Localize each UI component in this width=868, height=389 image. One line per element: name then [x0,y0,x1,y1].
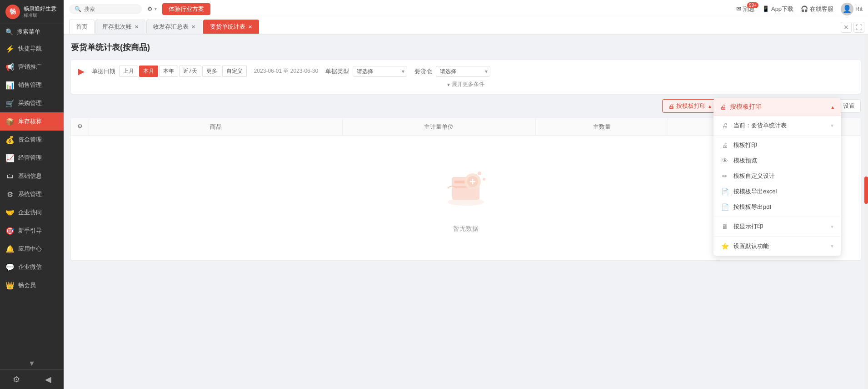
sidebar-item-quick-nav[interactable]: ⚡ 快捷导航 [0,40,64,58]
dropdown-item-template-preview[interactable]: 👁 模板预览 [713,153,841,168]
gear-icon: ⚙ [147,5,153,12]
th-unit: 主计量单位 [343,118,536,136]
tab-maximize-btn[interactable]: ⛶ [853,22,864,33]
dropdown-current-template[interactable]: 🖨 当前：要货单统计表 ▾ [713,118,841,133]
sidebar-item-basics[interactable]: 🗂 基础信息 [0,167,64,185]
search-input[interactable] [84,6,130,12]
sidebar-item-appstore[interactable]: 🔔 应用中心 [0,240,64,258]
print-dropdown-arrow[interactable]: ▲ [708,104,712,109]
dropdown-item-set-default[interactable]: ⭐ 设置默认功能 ▾ [713,238,841,254]
dropdown-print-icon: 🖨 [720,103,726,111]
th-goods: 商品 [89,118,343,136]
app-logo: 畅 畅康通好生意 标准版 [0,0,64,24]
close-batch-accounts-icon[interactable]: ✕ [135,24,139,30]
date-btn-this-month[interactable]: 本月 [139,66,158,77]
date-btn-last-month[interactable]: 上月 [119,66,138,77]
sidebar-collapse-btn[interactable]: ◀ [45,374,51,384]
filter-card: ▶ 单据日期 上月 本月 本年 近7天 更多 自定义 2023-06-01 至 … [71,60,861,94]
appstore-icon: 🔔 [5,244,15,253]
order-type-filter: 单据类型 请选择 [325,66,407,77]
close-order-stats-icon[interactable]: ✕ [248,24,252,30]
th-settings[interactable]: ⚙ [71,118,89,136]
sidebar-scroll-down[interactable]: ▼ [0,358,64,369]
dropdown-item-template-custom[interactable]: ✏ 模板自定义设计 [713,168,841,184]
logo-icon: 畅 [5,5,20,19]
sidebar-item-enterprise[interactable]: 🤝 企业协同 [0,203,64,222]
marketing-icon: 📢 [5,62,15,71]
search-icon: 🔍 [75,6,81,12]
order-goods-select[interactable]: 请选择 [436,66,490,77]
online-service-btn[interactable]: 🎧 在线客服 [801,5,833,13]
print-dropdown-menu: 🖨 按模板打印 ▴ 🖨 当前：要货单统计表 ▾ [713,98,841,256]
close-collection-summary-icon[interactable]: ✕ [191,24,195,30]
guide-icon: 🎯 [5,226,15,235]
topbar-gear-btn[interactable]: ⚙ ▾ [147,5,157,12]
dropdown-item-template-print[interactable]: 🖨 模板打印 [713,137,841,153]
sidebar-settings-btn[interactable]: ⚙ [13,374,20,384]
date-btn-7days[interactable]: 近7天 [179,66,201,77]
dropdown-item-export-pdf[interactable]: 📄 按模板导出pdf [713,199,841,215]
sidebar-item-inventory[interactable]: 📦 库存核算 [0,112,64,131]
dropdown-current-section: 🖨 当前：要货单统计表 ▾ [713,116,841,136]
sidebar-item-guide[interactable]: 🎯 新手引导 [0,222,64,240]
message-btn[interactable]: ✉ 消息 99+ [736,5,755,13]
filter-expand-icon-btn[interactable]: ▶ [78,66,85,76]
sidebar-item-marketing[interactable]: 📢 营销推广 [0,58,64,76]
tab-close-all-btn[interactable]: ✕ [841,22,852,33]
scrollbar-thumb[interactable] [864,177,868,204]
scroll-down-btn[interactable]: ▼ [28,359,35,368]
tab-order-stats[interactable]: 要货单统计表 ✕ [203,20,259,34]
dropdown-item-display-print[interactable]: 🖥 按显示打印 ▾ [713,219,841,234]
dropdown-header-right: ▴ [831,104,834,111]
template-preview-icon: 👁 [721,157,729,165]
sidebar-item-system[interactable]: ⚙ 系统管理 [0,185,64,203]
sidebar-search[interactable]: 🔍 搜索菜单 [0,24,64,40]
tab-batch-accounts[interactable]: 库存批次账 ✕ [95,20,145,34]
gear-dropdown-arrow: ▾ [155,6,157,11]
sidebar-item-sales[interactable]: 📊 销售管理 [0,76,64,94]
date-btn-custom[interactable]: 自定义 [222,66,247,77]
date-filter: 单据日期 上月 本月 本年 近7天 更多 自定义 2023-06-01 至 20… [92,66,318,77]
download-icon: 📱 [762,5,769,12]
sidebar-item-member[interactable]: 👑 畅会员 [0,276,64,294]
right-scrollbar[interactable] [864,35,868,389]
tab-home[interactable]: 首页 [69,20,95,34]
filter-row: ▶ 单据日期 上月 本月 本年 近7天 更多 自定义 2023-06-01 至 … [78,66,853,77]
expand-down-icon: ▾ [447,81,450,88]
export-excel-icon: 📄 [721,187,729,196]
date-btn-more[interactable]: 更多 [202,66,221,77]
print-btn[interactable]: 🖨 按模板打印 ▲ [662,99,718,113]
page-content: 要货单统计表(按商品) ▶ 单据日期 上月 本月 本年 近7天 更多 [64,35,868,389]
member-icon: 👑 [5,281,15,290]
svg-point-6 [478,172,481,175]
user-avatar[interactable]: 👤 Rit [841,3,863,15]
dropdown-item-export-excel[interactable]: 📄 按模板导出excel [713,184,841,199]
table-settings-icon[interactable]: ⚙ [77,123,83,130]
sidebar-item-finance[interactable]: 💰 资金管理 [0,131,64,149]
operations-icon: 📈 [5,153,15,162]
sidebar-item-wechat[interactable]: 💬 企业微信 [0,258,64,276]
service-icon: 🎧 [801,5,808,12]
tab-bar: 首页 库存批次账 ✕ 收发存汇总表 ✕ 要货单统计表 ✕ ✕ ⛶ [64,18,868,35]
sidebar-item-operations[interactable]: 📈 经营管理 [0,149,64,167]
page-title: 要货单统计表(按商品) [71,42,861,53]
empty-text: 暂无数据 [453,225,479,233]
global-search[interactable]: 🔍 [69,4,142,14]
th-quantity: 主数量 [536,118,668,136]
sidebar-item-purchase[interactable]: 🛒 采购管理 [0,94,64,112]
expand-more-btn[interactable]: ▾ 展开更多条件 [447,81,484,88]
app-download-btn[interactable]: 📱 App下载 [762,5,793,13]
tab-collection-summary[interactable]: 收发存汇总表 ✕ [146,20,202,34]
filter-toggle-icon[interactable]: ▶ [78,66,85,76]
order-type-select[interactable]: 请选择 [353,66,407,77]
order-type-select-wrapper: 请选择 [353,66,407,77]
order-goods-filter: 要货仓 请选择 [414,66,490,77]
date-btn-group: 上月 本月 本年 近7天 更多 自定义 [119,66,247,77]
finance-icon: 💰 [5,135,15,144]
sales-icon: 📊 [5,81,15,90]
trial-btn[interactable]: 体验行业方案 [162,3,210,15]
search-icon: 🔍 [5,28,13,35]
date-btn-this-year[interactable]: 本年 [159,66,178,77]
dropdown-collapse-btn[interactable]: ▴ [831,104,834,111]
display-print-arrow: ▾ [831,223,833,230]
